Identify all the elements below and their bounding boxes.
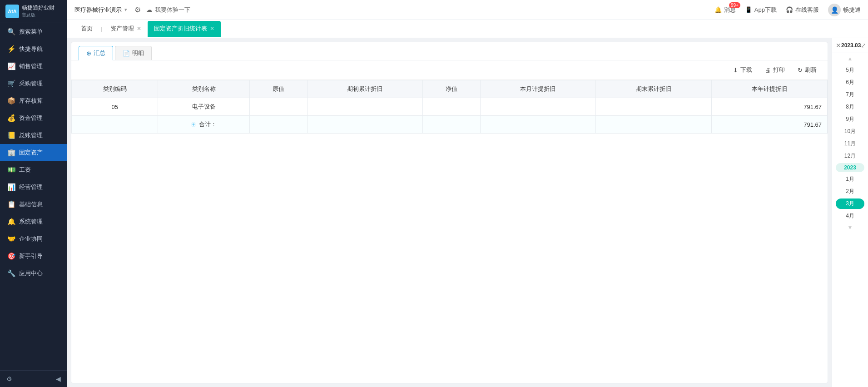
cell-original [250,98,307,116]
table-wrapper: 类别编码 类别名称 原值 期初累计折旧 净值 本月计提折旧 期末累计折旧 本年计… [71,80,828,383]
sidebar-item-purchase[interactable]: 🛒 采购管理 [0,75,67,92]
col-monthly: 本月计提折旧 [480,80,596,98]
date-panel-close-button[interactable]: ✕ [836,42,841,49]
date-item-jan[interactable]: 1月 [832,173,868,185]
quicknav-icon: ⚡ [7,45,15,53]
date-item-june[interactable]: 6月 [832,76,868,89]
content-area: ⊕ 汇总 📄 明细 ⬇ 下载 🖨 打印 ↻ [67,38,868,387]
sub-tab-summary[interactable]: ⊕ 汇总 [79,46,113,60]
toolbar: ⬇ 下载 🖨 打印 ↻ 刷新 [71,60,828,80]
date-item-feb[interactable]: 2月 [832,185,868,198]
col-name: 类别名称 [158,80,250,98]
date-item-sep[interactable]: 9月 [832,113,868,125]
cell-monthly [480,98,596,116]
user-profile[interactable]: 👤 畅捷通 [828,4,861,16]
sidebar-item-enterprise[interactable]: 🤝 企业协同 [0,230,67,248]
depreciation-table: 类别编码 类别名称 原值 期初累计折旧 净值 本月计提折旧 期末累计折旧 本年计… [71,80,828,134]
col-code: 类别编码 [72,80,158,98]
date-item-aug[interactable]: 8月 [832,101,868,113]
refresh-label: 刷新 [805,66,817,74]
download-button[interactable]: ⬇ 下载 [729,64,756,76]
sidebar-item-label: 采购管理 [19,79,43,88]
date-panel-expand-button[interactable]: ⤢ [861,42,866,49]
phone-icon: 📱 [745,6,752,13]
sidebar-item-newbie[interactable]: 🎯 新手引导 [0,248,67,265]
app-download-button[interactable]: 📱 App下载 [745,6,777,14]
settings-icon[interactable]: ⚙ [6,375,12,382]
tab-depreciation[interactable]: 固定资产折旧统计表 ✕ [148,21,221,37]
tab-depreciation-label: 固定资产折旧统计表 [154,25,207,33]
logo-text-block: 畅捷通好业财 普及版 [22,5,55,18]
sidebar-item-appcenter[interactable]: 🔧 应用中心 [0,265,67,282]
total-end-acc [596,116,712,134]
date-item-oct[interactable]: 10月 [832,125,868,138]
sub-tab-detail[interactable]: 📄 明细 [115,46,152,60]
date-item-may[interactable]: 5月 [832,64,868,76]
appcenter-icon: 🔧 [7,269,15,278]
scroll-down-button[interactable]: ▼ [832,222,868,233]
notifications-button[interactable]: 🔔 消息 99+ [714,6,736,14]
total-label: 合计： [199,121,217,128]
sidebar-item-fixed[interactable]: 🏢 固定资产 [0,144,67,161]
print-button[interactable]: 🖨 打印 [761,64,789,76]
sales-icon: 📈 [7,62,15,70]
cell-name: 电子设备 [158,98,250,116]
date-item-mar[interactable]: 3月 [836,198,864,209]
logo-title: 畅捷通好业财 [22,5,55,12]
sidebar-item-basicinfo[interactable]: 📋 基础信息 [0,196,67,213]
date-item-apr[interactable]: 4月 [832,210,868,222]
total-net [423,116,480,134]
tab-depreciation-close-icon[interactable]: ✕ [210,25,214,32]
tab-asset-mgmt[interactable]: 资产管理 ✕ [104,21,148,37]
sidebar-item-sales[interactable]: 📈 销售管理 [0,58,67,75]
sidebar-item-label: 系统管理 [19,218,43,226]
customer-service-label: 在线客服 [795,6,819,14]
cell-code: 05 [72,98,158,116]
app-download-label: App下载 [754,6,777,14]
inventory-icon: 📦 [7,97,15,105]
sidebar-item-finance[interactable]: 💰 资金管理 [0,109,67,127]
col-original: 原值 [250,80,307,98]
sidebar-item-system[interactable]: 🔔 系统管理 [0,213,67,230]
header-settings-icon[interactable]: ⚙ [134,5,141,14]
sidebar-item-label: 快捷导航 [19,45,43,53]
col-end-acc: 期末累计折旧 [596,80,712,98]
sidebar-item-label: 销售管理 [19,62,43,70]
sidebar-item-label: 固定资产 [19,149,43,157]
tab-home[interactable]: 首页 [74,21,99,37]
operations-icon: 📊 [7,183,15,191]
scroll-up-button[interactable]: ▲ [832,53,868,64]
collapse-sidebar-icon[interactable]: ◀ [56,375,61,382]
sub-tab-detail-label: 明细 [132,49,144,57]
refresh-button[interactable]: ↻ 刷新 [794,64,820,76]
main-area: 医疗器械行业演示 ▾ ⚙ ☁ 我要体验一下 🔔 消息 99+ 📱 App下载 🎧… [67,0,868,387]
total-code-cell [72,116,158,134]
sidebar-item-operations[interactable]: 📊 经营管理 [0,179,67,196]
sidebar-item-payroll[interactable]: 💵 工资 [0,161,67,179]
basicinfo-icon: 📋 [7,200,15,208]
date-item-july[interactable]: 7月 [832,89,868,101]
search-icon: 🔍 [7,28,15,36]
customer-service-button[interactable]: 🎧 在线客服 [786,6,819,14]
total-monthly [480,116,596,134]
total-icon: ⊞ [191,121,196,128]
date-item-nov[interactable]: 11月 [832,138,868,150]
avatar: 👤 [828,4,841,16]
date-item-dec[interactable]: 12月 [832,150,868,162]
tab-asset-close-icon[interactable]: ✕ [137,25,141,32]
company-selector[interactable]: 医疗器械行业演示 ▾ [74,6,127,14]
headset-icon: 🎧 [786,6,793,13]
company-name: 医疗器械行业演示 [74,6,122,14]
experience-button[interactable]: ☁ 我要体验一下 [146,6,190,14]
sidebar-footer: ⚙ ◀ [0,370,67,387]
system-icon: 🔔 [7,218,15,226]
download-label: 下载 [740,66,752,74]
sidebar-item-ledger[interactable]: 📒 总账管理 [0,127,67,144]
year-label-2023[interactable]: 2023 [836,163,864,172]
sidebar-item-inventory[interactable]: 📦 库存核算 [0,92,67,109]
sidebar: AtA 畅捷通好业财 普及版 🔍 搜索菜单 ⚡ 快捷导航 📈 销售管理 🛒 采购… [0,0,67,387]
col-net: 净值 [423,80,480,98]
sidebar-item-label: 搜索菜单 [19,28,43,36]
sidebar-item-search[interactable]: 🔍 搜索菜单 [0,23,67,40]
sidebar-item-quicknav[interactable]: ⚡ 快捷导航 [0,40,67,58]
